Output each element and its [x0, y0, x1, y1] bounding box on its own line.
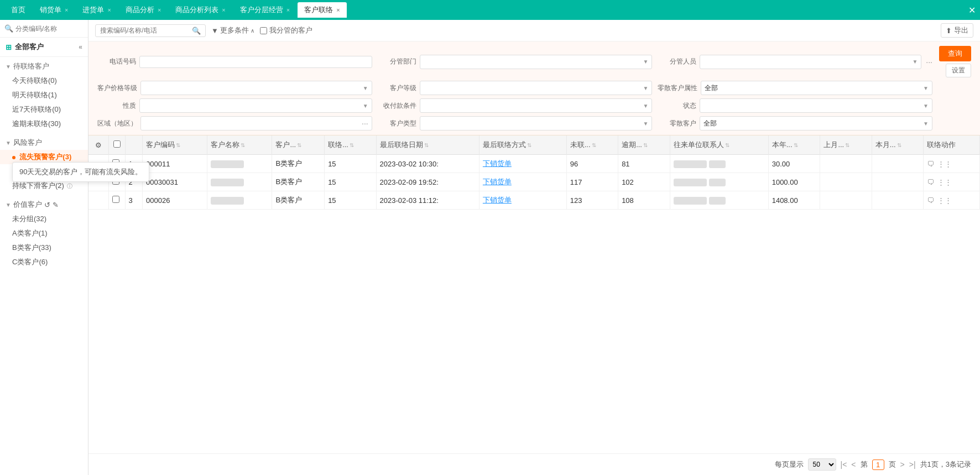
close-customer-tier-icon[interactable]: ×	[286, 7, 290, 13]
contact-icon[interactable]: 🗨	[927, 178, 934, 186]
td-overdue: 102	[618, 173, 670, 191]
search-execute-icon[interactable]: 🔍	[192, 27, 201, 35]
window-close-button[interactable]: ✕	[968, 5, 976, 15]
zero-attr-select[interactable]: 全部 ▼	[701, 81, 932, 95]
status-arrow: ▼	[923, 103, 929, 109]
more-icon[interactable]: ⋮⋮	[937, 178, 952, 186]
th-check[interactable]	[108, 135, 125, 155]
refresh-icon-value[interactable]: ↺	[44, 201, 50, 209]
td-check[interactable]	[108, 191, 125, 210]
more-icon[interactable]: ⋮⋮	[937, 196, 952, 205]
tab-customer-tier[interactable]: 客户分层经营 ×	[233, 2, 296, 18]
sidebar-item-today[interactable]: 今天待联络(0)	[0, 74, 88, 88]
tab-home-label: 首页	[11, 5, 25, 15]
th-type[interactable]: 客户...⇅	[272, 135, 325, 155]
contact-icon[interactable]: 🗨	[927, 160, 934, 168]
tab-customer-contact[interactable]: 客户联络 ×	[298, 2, 346, 18]
more-icon[interactable]: ⋮⋮	[937, 160, 952, 168]
sidebar-group-value-title[interactable]: ▼ 价值客户 ↺ ✎	[0, 197, 88, 212]
manager-select[interactable]: ▼	[700, 55, 921, 69]
nature-select[interactable]: ▼	[139, 98, 372, 113]
page-prev-btn[interactable]: <	[851, 460, 856, 469]
settings-button[interactable]: 设置	[946, 64, 971, 77]
page-first-btn[interactable]: |<	[841, 460, 847, 469]
my-customers-checkbox[interactable]: 我分管的客户	[260, 25, 312, 35]
page-number[interactable]: 1	[872, 460, 884, 470]
sidebar-group-risk-title[interactable]: ▼ 风险客户	[0, 135, 88, 150]
per-page-label: 每页显示	[775, 460, 804, 469]
zero-customer-select[interactable]: 全部 ▼	[700, 116, 932, 131]
row-checkbox[interactable]	[112, 196, 119, 203]
manager-ellipsis[interactable]: ···	[926, 58, 932, 66]
sidebar-item-ungrouped[interactable]: 未分组(32)	[0, 212, 88, 226]
region-ellipsis[interactable]: ···	[362, 119, 368, 128]
status-select[interactable]: ▼	[700, 98, 932, 113]
page-next-btn[interactable]: >	[900, 460, 905, 469]
payment-select[interactable]: ▼	[420, 98, 653, 113]
export-icon: ⬆	[946, 27, 952, 35]
sidebar-item-class-c[interactable]: C类客户(6)	[0, 255, 88, 269]
sidebar-item-overdue[interactable]: 逾期未联络(30)	[0, 117, 88, 131]
th-this-year[interactable]: 本年...⇅	[768, 135, 820, 155]
page-last-btn[interactable]: >|	[909, 460, 916, 469]
more-conditions-button[interactable]: ▼ 更多条件 ∧	[211, 25, 254, 35]
th-last-method[interactable]: 最后联络方式⇅	[479, 135, 566, 155]
phone-input[interactable]	[139, 56, 372, 68]
th-name[interactable]: 客户名称⇅	[207, 135, 272, 155]
th-code[interactable]: 客户编码⇅	[143, 135, 207, 155]
td-contact: 15	[325, 191, 376, 210]
sidebar-search-input[interactable]	[15, 25, 84, 33]
th-contact[interactable]: 联络...⇅	[325, 135, 376, 155]
dept-select[interactable]: ▼	[420, 55, 653, 69]
my-customers-check[interactable]	[260, 27, 267, 34]
sidebar-item-class-a[interactable]: A类客户(1)	[0, 226, 88, 241]
sidebar-item-class-b[interactable]: B类客户(33)	[0, 241, 88, 255]
th-action: 联络动作	[924, 135, 980, 155]
active-dot	[12, 156, 15, 159]
tab-product-list[interactable]: 商品分析列表 ×	[169, 2, 232, 18]
close-purchase-icon[interactable]: ×	[107, 7, 111, 13]
th-settings[interactable]: ⚙	[88, 135, 108, 155]
th-uncontact[interactable]: 未联...⇅	[566, 135, 618, 155]
sidebar-item-tomorrow[interactable]: 明天待联络(1)	[0, 88, 88, 102]
td-last-method[interactable]: 下销货单	[479, 155, 566, 173]
th-last-date[interactable]: 最后联络日期⇅	[376, 135, 479, 155]
filter-bar: 🔍 ▼ 更多条件 ∧ 我分管的客户 ⬆ 导出	[88, 20, 980, 41]
search-input-wrap: 🔍	[95, 24, 206, 37]
edit-icon-value[interactable]: ✎	[53, 201, 59, 209]
main-search-input[interactable]	[100, 27, 190, 34]
td-this-year: 30.00	[768, 155, 820, 173]
contact-icon[interactable]: 🗨	[927, 196, 934, 205]
customer-level-label: 客户等级	[378, 83, 416, 93]
filter-field-manager: 分管人员 ▼ ···	[658, 55, 932, 69]
close-product-list-icon[interactable]: ×	[222, 7, 225, 13]
region-select[interactable]: ···	[140, 116, 372, 131]
td-last-method[interactable]: 下销货单	[479, 173, 566, 191]
customer-level-select[interactable]: ▼	[420, 81, 653, 95]
per-page-select[interactable]: 50 100 200	[808, 458, 836, 471]
sidebar-group-pending-title[interactable]: ▼ 待联络客户	[0, 59, 88, 74]
tab-product-analysis[interactable]: 商品分析 ×	[119, 2, 168, 18]
export-button[interactable]: ⬆ 导出	[941, 23, 973, 38]
tab-sales[interactable]: 销货单 ×	[33, 2, 75, 18]
th-unit-contact[interactable]: 往来单位联系人⇅	[670, 135, 768, 155]
zero-customer-arrow: ▼	[923, 121, 929, 127]
select-all-checkbox[interactable]	[113, 140, 121, 148]
close-sales-icon[interactable]: ×	[65, 7, 68, 13]
th-this-month[interactable]: 本月...⇅	[872, 135, 923, 155]
close-product-analysis-icon[interactable]: ×	[158, 7, 161, 13]
sidebar-all-customers[interactable]: ⊞ 全部客户 «	[0, 38, 88, 57]
sidebar-item-7days[interactable]: 近7天待联络(0)	[0, 102, 88, 117]
price-level-select[interactable]: ▼	[140, 81, 372, 95]
customer-type-select[interactable]: ▼	[420, 116, 653, 131]
filter-panel: 电话号码 分管部门 ▼ 分管人员 ▼ ···	[88, 41, 980, 135]
tab-home[interactable]: 首页	[4, 2, 32, 18]
sidebar-group-pending: ▼ 待联络客户 今天待联络(0) 明天待联络(1) 近7天待联络(0) 逾期未联…	[0, 57, 88, 133]
tab-purchase[interactable]: 进货单 ×	[76, 2, 117, 18]
td-last-method[interactable]: 下销货单	[479, 191, 566, 210]
close-customer-contact-icon[interactable]: ×	[336, 7, 340, 13]
query-button[interactable]: 查询	[939, 46, 971, 61]
filter-actions: 查询 设置	[938, 46, 971, 77]
th-last-month[interactable]: 上月...⇅	[820, 135, 872, 155]
th-overdue[interactable]: 逾期...⇅	[618, 135, 670, 155]
